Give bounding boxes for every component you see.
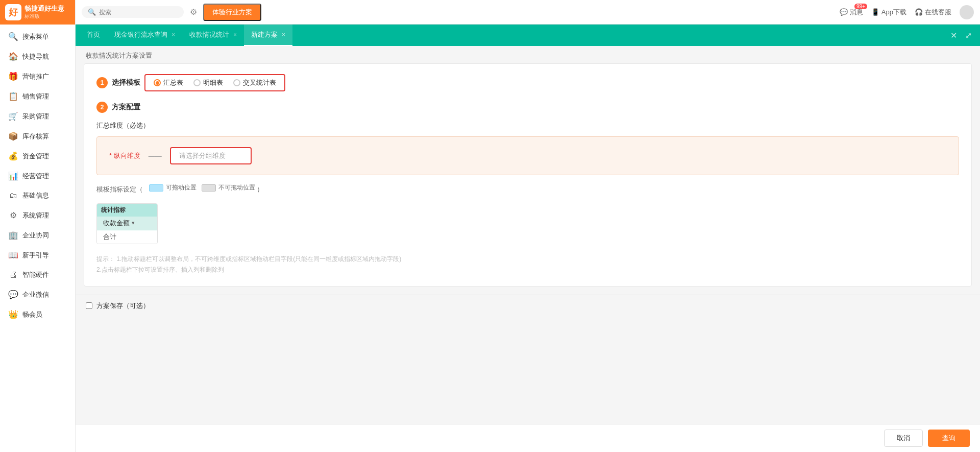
search-input[interactable] — [99, 9, 170, 16]
topbar-search-box[interactable]: 🔍 — [82, 6, 184, 18]
purchase-icon: 🛒 — [8, 111, 18, 121]
search-icon: 🔍 — [88, 8, 96, 16]
hint-area: 提示： 1.拖动标题栏可以调整布局，不可跨维度或指标区域拖动栏目字段(只能在同一… — [96, 254, 959, 276]
save-label: 方案保存（可选） — [96, 301, 150, 311]
sidebar-item-label: 快捷导航 — [22, 52, 49, 61]
stats-item-label: 收款金额 — [103, 219, 130, 228]
legend-draggable-label: 可拖动位置 — [166, 183, 197, 192]
sidebar-item-label: 基础信息 — [22, 191, 49, 200]
radio-detail[interactable]: 明细表 — [193, 78, 223, 87]
save-checkbox[interactable] — [86, 302, 92, 309]
trial-button[interactable]: 体验行业方案 — [203, 4, 261, 21]
legend-fixed-label: 不可拖动位置 — [218, 183, 255, 192]
tab-bank-flow-close[interactable]: × — [172, 31, 175, 38]
operations-icon: 📊 — [8, 171, 18, 181]
sidebar-item-label: 资金管理 — [22, 152, 49, 161]
tab-bank-flow[interactable]: 现金银行流水查询 × — [107, 25, 182, 46]
sidebar-item-member[interactable]: 👑 畅会员 — [0, 304, 75, 324]
download-icon: 📱 — [871, 8, 879, 16]
logo-text: 畅捷通好生意 — [24, 5, 64, 13]
maximize-icon[interactable]: ⤢ — [963, 29, 974, 42]
radio-crosstab[interactable]: 交叉统计表 — [233, 78, 276, 87]
sales-icon: 📋 — [8, 91, 18, 101]
legend-draggable: 可拖动位置 — [149, 183, 197, 192]
member-icon: 👑 — [8, 310, 18, 319]
avatar[interactable] — [960, 5, 974, 19]
dimension-title: 汇总维度（必选） — [96, 121, 959, 130]
sidebar-item-label: 智能硬件 — [22, 270, 49, 279]
radio-crosstab-label: 交叉统计表 — [243, 78, 276, 87]
section1-num: 1 — [96, 77, 108, 88]
tab-receipts-stats-close[interactable]: × — [233, 31, 237, 38]
tab-new-plan[interactable]: 新建方案 × — [244, 25, 292, 46]
sidebar-item-finance[interactable]: 💰 资金管理 — [0, 146, 75, 166]
radio-summary-label: 汇总表 — [163, 78, 183, 87]
sidebar-item-label: 经营管理 — [22, 172, 49, 181]
sidebar-item-smart-hw[interactable]: 🖨 智能硬件 — [0, 265, 75, 284]
gift-icon: 🎁 — [8, 72, 18, 81]
sidebar-item-label: 营销推广 — [22, 72, 49, 81]
section2-num: 2 — [96, 102, 108, 113]
message-button[interactable]: 💬 消息 99+ — [840, 8, 863, 17]
message-badge: 99+ — [854, 4, 867, 9]
hint-line-1: 提示： 1.拖动标题栏可以调整布局，不可跨维度或指标区域拖动栏目字段(只能在同一… — [96, 254, 959, 265]
cancel-button[interactable]: 取消 — [884, 430, 923, 447]
sidebar-item-system[interactable]: ⚙ 系统管理 — [0, 205, 75, 225]
sidebar-item-basic-info[interactable]: 🗂 基础信息 — [0, 186, 75, 205]
app-download-button[interactable]: 📱 App下载 — [871, 8, 906, 17]
tab-new-plan-close[interactable]: × — [282, 31, 285, 38]
breadcrumb: 收款情况统计方案设置 — [76, 46, 980, 63]
query-button[interactable]: 查询 — [928, 430, 970, 447]
legend-fixed: 不可拖动位置 — [202, 183, 255, 192]
radio-summary[interactable]: 汇总表 — [154, 78, 183, 87]
bottom-bar: 取消 查询 — [76, 424, 980, 452]
dimension-placeholder: 请选择分组维度 — [179, 152, 226, 159]
close-window-icon[interactable]: ✕ — [948, 29, 959, 42]
sidebar: 好 畅捷通好生意 标准版 🔍 搜索菜单 🏠 快捷导航 🎁 营销推广 📋 销售管理… — [0, 0, 76, 452]
enterprise-icon: 🏢 — [8, 230, 18, 240]
dimension-select[interactable]: 请选择分组维度 — [170, 147, 252, 164]
sidebar-item-label: 畅会员 — [22, 310, 42, 319]
row-label: 纵向维度 — [109, 151, 140, 160]
sidebar-logo: 好 畅捷通好生意 标准版 — [0, 0, 75, 25]
sidebar-item-marketing[interactable]: 🎁 营销推广 — [0, 66, 75, 86]
system-icon: ⚙ — [8, 210, 18, 220]
search-icon: 🔍 — [8, 32, 18, 41]
indicator-legend: 可拖动位置 不可拖动位置 — [149, 183, 255, 192]
sidebar-item-guide[interactable]: 📖 新手引导 — [0, 245, 75, 265]
settings-card: 1 选择模板 汇总表 明细表 交叉统计表 — [84, 63, 972, 287]
sidebar-item-label: 采购管理 — [22, 112, 49, 121]
sidebar-item-inventory[interactable]: 📦 库存核算 — [0, 126, 75, 146]
sidebar-item-label: 库存核算 — [22, 132, 49, 141]
message-icon: 💬 — [840, 8, 848, 16]
dropdown-icon[interactable]: ▾ — [132, 220, 135, 226]
indicator-label: 模板指标设定（ 可拖动位置 不可拖动位置 ） — [96, 183, 959, 194]
tab-receipts-stats-label: 收款情况统计 — [189, 30, 229, 39]
tab-home[interactable]: 首页 — [80, 25, 107, 46]
radio-detail-label: 明细表 — [203, 78, 223, 87]
section2: 2 方案配置 汇总维度（必选） 纵向维度 —— 请选择分组维度 — [96, 102, 959, 276]
stats-header: 统计指标 — [97, 204, 157, 217]
sidebar-item-enterprise[interactable]: 🏢 企业协同 — [0, 225, 75, 245]
stats-item-row[interactable]: 收款金额 ▾ — [97, 217, 157, 230]
tab-receipts-stats[interactable]: 收款情况统计 × — [182, 25, 244, 46]
topbar: 🔍 ⚙ 体验行业方案 💬 消息 99+ 📱 App下载 🎧 在线客服 — [76, 0, 980, 25]
sidebar-item-sales[interactable]: 📋 销售管理 — [0, 86, 75, 106]
logo-icon: 好 — [5, 4, 21, 20]
content-area: 收款情况统计方案设置 1 选择模板 汇总表 明细表 — [76, 46, 980, 424]
sidebar-item-purchase[interactable]: 🛒 采购管理 — [0, 106, 75, 126]
headset-icon: 🎧 — [915, 8, 923, 16]
hint-line-2: 2.点击标题栏下拉可设置排序、插入列和删除列 — [96, 265, 959, 276]
main-area: 🔍 ⚙ 体验行业方案 💬 消息 99+ 📱 App下载 🎧 在线客服 首页 — [76, 0, 980, 452]
inventory-icon: 📦 — [8, 131, 18, 141]
finance-icon: 💰 — [8, 151, 18, 161]
sidebar-item-operations[interactable]: 📊 经营管理 — [0, 166, 75, 186]
legend-close-paren: ） — [257, 185, 263, 193]
sidebar-item-search[interactable]: 🔍 搜索菜单 — [0, 27, 75, 46]
sidebar-item-wechat[interactable]: 💬 企业微信 — [0, 284, 75, 304]
online-service-button[interactable]: 🎧 在线客服 — [915, 8, 951, 17]
service-label: 在线客服 — [925, 8, 951, 17]
tab-new-plan-label: 新建方案 — [251, 30, 278, 39]
settings-icon[interactable]: ⚙ — [190, 7, 197, 17]
sidebar-item-quick-nav[interactable]: 🏠 快捷导航 — [0, 46, 75, 66]
